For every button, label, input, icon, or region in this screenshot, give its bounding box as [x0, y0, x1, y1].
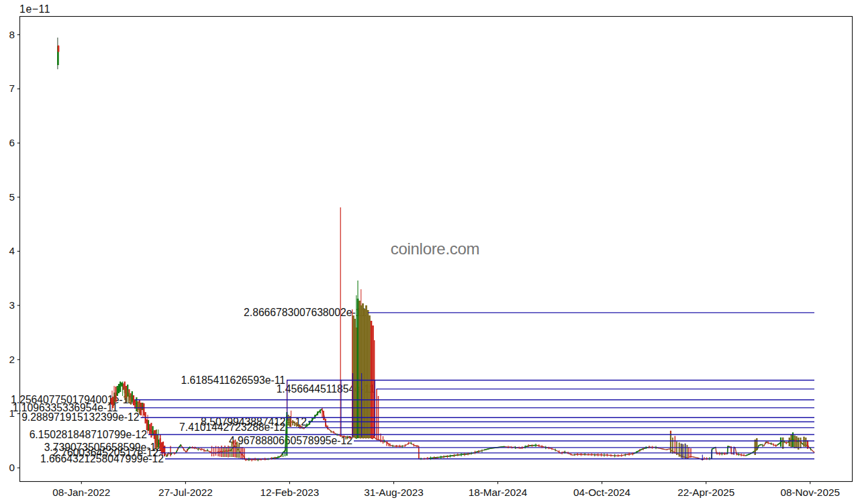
svg-text:27-Jul-2022: 27-Jul-2022: [158, 487, 213, 498]
svg-text:coinlore.com: coinlore.com: [391, 240, 479, 258]
svg-text:18-Mar-2024: 18-Mar-2024: [469, 487, 528, 498]
svg-text:9.288971915132399e-12: 9.288971915132399e-12: [21, 411, 139, 423]
svg-text:1.6664321258047999e-12: 1.6664321258047999e-12: [40, 453, 164, 464]
svg-text:08-Jan-2022: 08-Jan-2022: [52, 487, 110, 498]
svg-text:08-Nov-2025: 08-Nov-2025: [780, 487, 839, 498]
svg-text:04-Oct-2024: 04-Oct-2024: [573, 487, 631, 498]
svg-text:31-Aug-2023: 31-Aug-2023: [364, 487, 423, 498]
svg-text:22-Apr-2025: 22-Apr-2025: [677, 487, 734, 498]
svg-text:6: 6: [9, 137, 15, 148]
svg-text:2: 2: [9, 354, 15, 365]
svg-text:0: 0: [9, 462, 15, 473]
svg-text:1.6185411626593e-11: 1.6185411626593e-11: [181, 374, 285, 386]
svg-text:6.150281848710799e-12: 6.150281848710799e-12: [30, 429, 147, 440]
svg-text:3: 3: [9, 299, 15, 311]
svg-text:12-Feb-2023: 12-Feb-2023: [260, 487, 320, 498]
svg-text:7.4101442723288e-12: 7.4101442723288e-12: [179, 421, 285, 433]
svg-text:8: 8: [9, 29, 15, 40]
svg-text:2.8666783007638002e-11: 2.8666783007638002e-11: [244, 307, 367, 318]
svg-text:5: 5: [9, 191, 15, 203]
svg-text:4.9678880660578995e-12: 4.9678880660578995e-12: [229, 435, 352, 446]
svg-text:4: 4: [9, 245, 15, 256]
svg-text:1e−11: 1e−11: [19, 3, 50, 15]
svg-text:7: 7: [9, 83, 15, 94]
